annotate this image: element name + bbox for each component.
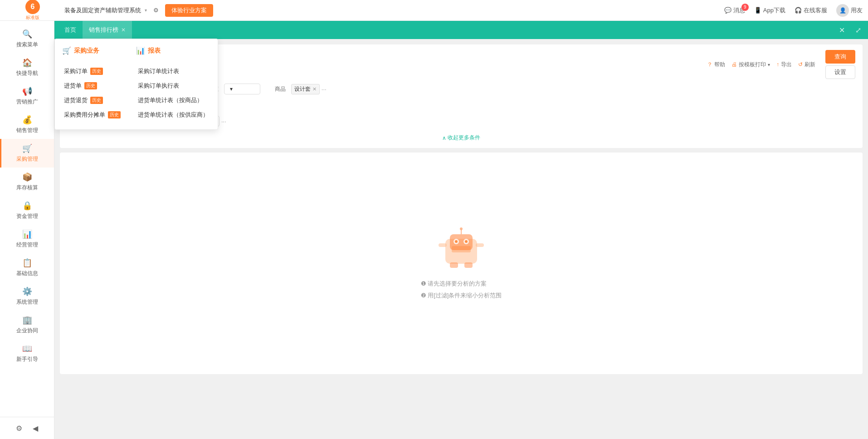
tab-sales-rank[interactable]: 销售排行榜 ✕ <box>83 21 132 39</box>
menu-item-receipt-return[interactable]: 进货退货 历史 <box>62 93 122 108</box>
menu-item-receipt[interactable]: 进货单 历史 <box>62 79 122 93</box>
sidebar-settings-button[interactable]: ⚙ <box>12 421 26 435</box>
dropdown-arrow-icon[interactable]: ▾ <box>145 8 147 13</box>
print-button[interactable]: 🖨 按模板打印 ▾ <box>731 61 770 69</box>
menu-item-order-exec[interactable]: 采购订单执行表 <box>136 79 210 93</box>
sidebar-item-basic[interactable]: 📋 基础信息 <box>0 253 54 282</box>
svg-point-4 <box>455 240 458 243</box>
menu-item-receipt-stats-supplier[interactable]: 进货单统计表（按供应商） <box>136 108 210 122</box>
sidebar-label-operation: 经营管理 <box>16 241 38 249</box>
history-badge-2: 历史 <box>84 82 97 89</box>
menu-item-purchase-order-label: 采购订单 <box>64 67 88 75</box>
tab-close-all-button[interactable]: ✕ <box>835 24 848 36</box>
sidebar-item-operation[interactable]: 📊 经营管理 <box>0 225 54 253</box>
sidebar-label-marketing: 营销推广 <box>16 98 38 106</box>
message-badge: 9 <box>741 4 749 11</box>
sales-icon: 💰 <box>22 115 32 125</box>
settings-icon[interactable]: ⚙ <box>151 5 161 16</box>
customer-more-button[interactable]: ··· <box>221 118 226 125</box>
collapse-button[interactable]: ∧ 收起更多条件 <box>67 131 855 143</box>
print-icon: 🖨 <box>731 61 737 68</box>
sidebar-item-guide[interactable]: 📖 新手引导 <box>0 339 54 368</box>
system-title-area: 装备及固定资产辅助管理系统 ▾ ⚙ 体验行业方案 <box>64 4 724 17</box>
avatar: 👤 <box>836 4 849 17</box>
voucher-status-select[interactable]: ▾ <box>224 84 260 94</box>
svg-rect-12 <box>464 262 473 268</box>
tab-sales-rank-label: 销售排行榜 <box>89 26 118 34</box>
message-button[interactable]: 💬 消息 9 <box>724 6 745 15</box>
phone-icon: 📱 <box>754 7 761 14</box>
menu-item-purchase-order[interactable]: 采购订单 历史 <box>62 64 122 79</box>
report-menu-section: 📊 报表 采购订单统计表 采购订单执行表 进货单统计表（按商品） 进货单统计表（… <box>136 46 210 122</box>
query-button[interactable]: 查询 <box>825 50 855 64</box>
setting-button[interactable]: 设置 <box>825 65 855 79</box>
export-label: 导出 <box>781 61 792 69</box>
user-button[interactable]: 👤 用友 <box>836 4 863 17</box>
sidebar-item-inventory[interactable]: 📦 库存核算 <box>0 168 54 196</box>
svg-rect-10 <box>476 243 484 247</box>
empty-robot-svg <box>436 225 486 271</box>
svg-rect-6 <box>452 246 471 252</box>
report-section-icon: 📊 <box>136 46 145 55</box>
sidebar-item-sales[interactable]: 💰 销售管理 <box>0 110 54 139</box>
empty-hint-2: 用[过滤]条件来缩小分析范围 <box>428 292 502 299</box>
sidebar-item-capital[interactable]: 🔒 资金管理 <box>0 196 54 225</box>
export-icon: ↑ <box>776 61 779 68</box>
enterprise-icon: 🏢 <box>22 315 32 325</box>
app-download-button[interactable]: 📱 App下载 <box>754 6 785 15</box>
sidebar-collapse-button[interactable]: ◀ <box>28 421 43 435</box>
operation-icon: 📊 <box>22 229 32 239</box>
header-right: 💬 消息 9 📱 App下载 🎧 在线客服 👤 用友 <box>724 4 863 17</box>
export-button[interactable]: ↑ 导出 <box>776 61 792 69</box>
purchase-icon: 🛒 <box>22 143 32 153</box>
sidebar-item-enterprise[interactable]: 🏢 企业协同 <box>0 311 54 339</box>
goods-more-button[interactable]: ··· <box>322 86 327 93</box>
sidebar-item-purchase[interactable]: 🛒 采购管理 <box>0 139 54 168</box>
tab-home[interactable]: 首页 <box>58 21 83 39</box>
voucher-status-arrow: ▾ <box>230 86 233 92</box>
headset-icon: 🎧 <box>795 7 802 14</box>
sidebar-item-search[interactable]: 🔍 搜索菜单 <box>0 25 54 53</box>
print-arrow-icon: ▾ <box>768 62 770 67</box>
industry-button[interactable]: 体验行业方案 <box>165 4 213 17</box>
menu-item-receipt-stats-goods[interactable]: 进货单统计表（按商品） <box>136 93 210 108</box>
message-icon: 💬 <box>724 7 731 14</box>
refresh-button[interactable]: ↺ 刷新 <box>798 61 815 69</box>
purchase-dropdown-menu: 🛒 采购业务 采购订单 历史 进货单 历史 进货退货 历史 采购费用分摊单 历史… <box>54 39 218 130</box>
guide-icon: 📖 <box>22 344 32 354</box>
help-button[interactable]: ？ 帮助 <box>707 61 725 69</box>
sidebar: 🔍 搜索菜单 🏠 快捷导航 📢 营销推广 💰 销售管理 🛒 采购管理 📦 库存核… <box>0 21 54 439</box>
menu-item-order-exec-label: 采购订单执行表 <box>138 82 179 90</box>
print-label: 按模板打印 <box>739 61 766 69</box>
sidebar-item-marketing[interactable]: 📢 营销推广 <box>0 82 54 110</box>
home-icon: 🏠 <box>22 58 32 68</box>
tab-home-label: 首页 <box>64 26 76 34</box>
goods-tag-text: 设计套 <box>294 85 311 93</box>
online-service-button[interactable]: 🎧 在线客服 <box>795 6 827 15</box>
sidebar-label-enterprise: 企业协同 <box>16 327 38 335</box>
empty-state: 请先选择要分析的方案 用[过滤]条件来缩小分析范围 <box>421 189 502 338</box>
menu-item-order-stats[interactable]: 采购订单统计表 <box>136 64 210 79</box>
marketing-icon: 📢 <box>22 86 32 96</box>
service-label: 在线客服 <box>804 6 827 15</box>
history-badge-1: 历史 <box>90 68 103 75</box>
empty-hint-1: 请先选择要分析的方案 <box>428 280 487 287</box>
sidebar-label-sales: 销售管理 <box>16 127 38 134</box>
menu-item-receipt-return-label: 进货退货 <box>64 96 88 104</box>
sidebar-item-quicknav[interactable]: 🏠 快捷导航 <box>0 53 54 82</box>
menu-item-receipt-stats-supplier-label: 进货单统计表（按供应商） <box>138 111 209 119</box>
user-label: 用友 <box>851 6 863 15</box>
sidebar-item-system[interactable]: ⚙️ 系统管理 <box>0 282 54 311</box>
tab-expand-button[interactable]: ⤢ <box>852 24 864 36</box>
top-header: 6 标准版 装备及固定资产辅助管理系统 ▾ ⚙ 体验行业方案 💬 消息 9 📱 … <box>0 0 868 21</box>
search-icon: 🔍 <box>22 29 32 39</box>
logo-text: 标准版 <box>26 15 39 21</box>
goods-tag-close-icon[interactable]: ✕ <box>312 86 317 92</box>
empty-text: 请先选择要分析的方案 用[过滤]条件来缩小分析范围 <box>421 278 502 301</box>
logo-area: 6 标准版 <box>5 0 60 21</box>
report-section-title: 📊 报表 <box>136 46 210 59</box>
tab-close-icon[interactable]: ✕ <box>121 27 126 33</box>
menu-item-purchase-expense[interactable]: 采购费用分摊单 历史 <box>62 108 122 122</box>
svg-rect-11 <box>450 262 458 268</box>
menu-item-receipt-label: 进货单 <box>64 82 82 90</box>
